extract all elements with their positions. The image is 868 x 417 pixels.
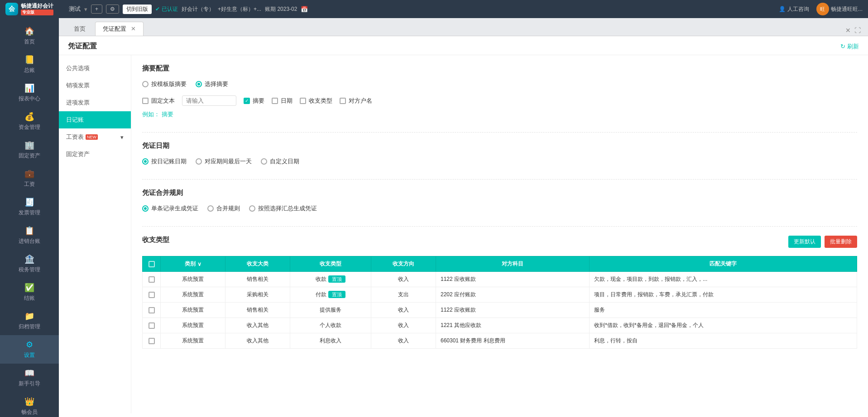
date-checkbox[interactable]: 日期 [272, 97, 293, 105]
nav-payroll-sheet-label: 工资表 [66, 133, 84, 141]
sidebar-item-checkout[interactable]: ✅结账 [0, 278, 59, 307]
divider-2 [142, 179, 857, 180]
radio-merge-rules[interactable]: 合并规则 [207, 204, 240, 213]
nav-item-sales-invoice[interactable]: 销项发票 [59, 77, 131, 94]
tag-reset-1[interactable]: 置顶 [328, 291, 345, 298]
tab-voucher-config-label: 凭证配置 [103, 25, 126, 32]
update-default-button[interactable]: 更新默认 [788, 236, 821, 248]
col-type-label: 收支类型 [320, 261, 341, 267]
refresh-icon: ↻ [840, 43, 845, 50]
select-all-checkbox[interactable] [149, 261, 155, 267]
sidebar-item-ledger[interactable]: 📒总账 [0, 50, 59, 79]
radio-period-last[interactable]: 对应期间最后一天 [196, 157, 252, 166]
row-check-2[interactable] [149, 307, 155, 313]
row-checkbox-2[interactable] [143, 303, 161, 318]
col-category-sort-icon[interactable]: ∨ [197, 261, 201, 267]
sidebar-item-archive[interactable]: 📁归档管理 [0, 307, 59, 335]
tag-reset-0[interactable]: 置顶 [328, 275, 345, 283]
tab-close-icon[interactable]: ✕ [131, 25, 136, 32]
support-button[interactable]: 👤 人工咨询 [779, 5, 809, 13]
row-check-1[interactable] [149, 292, 155, 298]
radio-journal-date[interactable]: 按日记账日期 [142, 157, 187, 166]
row-category-4: 系统预置 [161, 333, 225, 349]
row-checkbox-0[interactable] [143, 272, 161, 287]
summary-check-box: ✓ [244, 98, 250, 104]
row-major-type-1: 采购相关 [225, 287, 290, 303]
nav-item-fixed-assets[interactable]: 固定资产 [59, 146, 131, 163]
col-category: 类别 ∨ [161, 256, 225, 272]
sidebar-item-label-settings: 设置 [24, 351, 35, 359]
window-expand-icon[interactable]: ⛶ [854, 27, 861, 34]
income-expense-title: 收支类型 [142, 236, 169, 244]
table-row: 系统预置 收入其他 个人收款 收入 1221 其他应收款 收到*借款，收到*备用… [143, 318, 857, 333]
row-keyword-3: 收到*借款，收到*备用金，退回*备用金，个人 [590, 318, 857, 333]
logo-main-text: 畅捷通好会计 [21, 3, 53, 9]
row-direction-1: 支出 [371, 287, 436, 303]
counterparty-checkbox[interactable]: 对方户名 [340, 97, 372, 105]
add-button[interactable]: + [91, 5, 102, 14]
radio-by-selection-label: 按照选择汇总生成凭证 [258, 204, 317, 213]
period-label: 账期 2023-02 [265, 5, 297, 13]
radio-custom-date[interactable]: 自定义日期 [261, 157, 299, 166]
nav-item-public[interactable]: 公共选项 [59, 60, 131, 77]
header-center: 测试 ▾ + ⚙ 切到旧版 ✔ 已认证 好会计（专） +好生意（标）+... 账… [69, 5, 774, 14]
sidebar-item-label-guide: 新手引导 [19, 380, 40, 388]
row-checkbox-4[interactable] [143, 333, 161, 349]
counterparty-check-box [340, 98, 346, 104]
fixed-text-checkbox[interactable]: 固定文本 [142, 97, 175, 105]
archive-icon: 📁 [24, 311, 34, 321]
radio-single-record[interactable]: 单条记录生成凭证 [142, 204, 198, 213]
company-chevron-icon[interactable]: ▾ [84, 6, 87, 13]
row-category-3: 系统预置 [161, 318, 225, 333]
col-checkbox[interactable] [143, 256, 161, 272]
sidebar-item-home[interactable]: 🏠首页 [0, 22, 59, 50]
user-avatar-area[interactable]: 旺 畅捷通旺旺... [816, 3, 863, 15]
tab-voucher-config[interactable]: 凭证配置 ✕ [95, 22, 144, 36]
row-check-4[interactable] [149, 338, 155, 344]
tab-home[interactable]: 首页 [66, 22, 93, 36]
summary-checkbox[interactable]: ✓ 摘要 [244, 97, 264, 105]
sidebar-item-member[interactable]: 👑畅会员 [0, 392, 59, 417]
sidebar-item-payroll[interactable]: 💼工资 [0, 164, 59, 193]
settings-button[interactable]: ⚙ [106, 5, 119, 14]
income-type-checkbox[interactable]: 收支类型 [300, 97, 332, 105]
main-layout: 🏠首页📒总账📊报表中心💰资金管理🏢固定资产💼工资🧾发票管理📋进销台账🏦税务管理✅… [0, 18, 868, 417]
nav-item-purchase-invoice[interactable]: 进项发票 [59, 94, 131, 111]
calendar-icon[interactable]: 📅 [301, 6, 308, 13]
nav-item-journal[interactable]: 日记账 [59, 111, 131, 128]
nav-public-label: 公共选项 [66, 64, 90, 72]
window-close-icon[interactable]: ✕ [845, 27, 851, 34]
sidebar-item-report[interactable]: 📊报表中心 [0, 79, 59, 107]
row-checkbox-1[interactable] [143, 287, 161, 303]
table-row: 系统预置 采购相关 付款 置顶 支出 2202 应付账款 项目，日常费用，报销款… [143, 287, 857, 303]
radio-select-summary[interactable]: 选择摘要 [196, 80, 228, 88]
fixed-text-input[interactable] [182, 95, 236, 106]
sidebar-item-label-fund: 资金管理 [19, 123, 40, 131]
summary-label: 摘要 [253, 97, 264, 105]
nav-item-payroll-sheet[interactable]: 工资表 NEW ▾ [59, 128, 131, 146]
radio-by-selection[interactable]: 按照选择汇总生成凭证 [249, 204, 317, 213]
sidebar-item-label-payroll: 工资 [24, 180, 35, 188]
sidebar-item-purchase[interactable]: 📋进销台账 [0, 221, 59, 250]
page-header: 凭证配置 ↻ 刷新 [59, 36, 868, 55]
radio-template-summary[interactable]: 按模板版摘要 [142, 80, 187, 88]
row-counterpart-3: 1221 其他应收款 [436, 318, 589, 333]
sidebar-item-settings[interactable]: ⚙设置 [0, 335, 59, 364]
sidebar-item-fund[interactable]: 💰资金管理 [0, 107, 59, 136]
row-major-type-2: 销售相关 [225, 303, 290, 318]
sidebar-item-guide[interactable]: 📖新手引导 [0, 364, 59, 392]
income-expense-table: 类别 ∨ 收支大类 收支类型 [142, 256, 857, 349]
bulk-delete-button[interactable]: 批量删除 [825, 236, 857, 248]
radio-custom-date-label: 自定义日期 [270, 157, 299, 166]
refresh-button[interactable]: ↻ 刷新 [840, 43, 859, 51]
sidebar-item-label-checkout: 结账 [24, 294, 35, 302]
row-check-3[interactable] [149, 322, 155, 329]
switch-version-button[interactable]: 切到旧版 [123, 5, 152, 14]
example-value: 摘要 [162, 111, 173, 118]
row-check-0[interactable] [149, 276, 155, 283]
sidebar-item-tax[interactable]: 🏦税务管理 [0, 250, 59, 278]
sidebar-item-invoice[interactable]: 🧾发票管理 [0, 193, 59, 221]
row-checkbox-3[interactable] [143, 318, 161, 333]
table-action-buttons: 更新默认 批量删除 [788, 236, 857, 248]
sidebar-item-asset[interactable]: 🏢固定资产 [0, 136, 59, 164]
